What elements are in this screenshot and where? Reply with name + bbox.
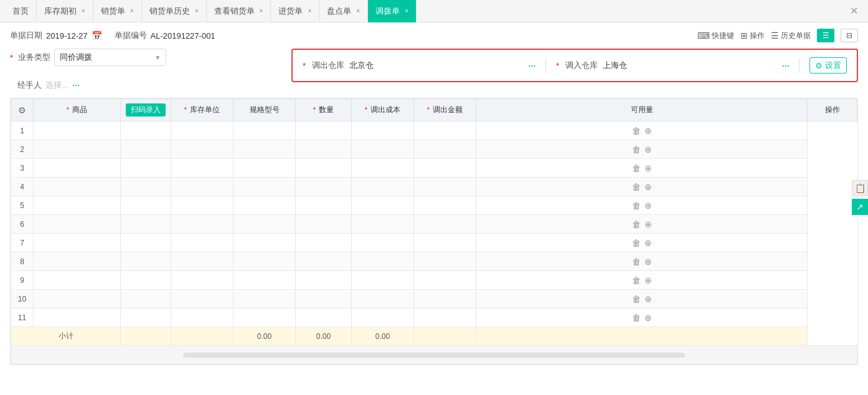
warehouse-out-label: 调出仓库 — [312, 60, 344, 71]
cell-product[interactable] — [34, 196, 121, 215]
business-row: * 业务类型 同价调拨 ▼ — [10, 49, 284, 66]
warehouse-divider2 — [799, 58, 800, 73]
cell-product[interactable] — [34, 121, 121, 140]
tab-purchase-close[interactable]: × — [308, 7, 311, 14]
tab-sales-history-close[interactable]: × — [195, 7, 199, 14]
business-select-box[interactable]: 同价调拨 ▼ — [54, 49, 166, 66]
delete-icon[interactable]: 🗑 — [632, 163, 641, 173]
handler-more-icon[interactable]: ··· — [72, 79, 80, 92]
tab-view-sales-close[interactable]: × — [260, 7, 263, 14]
calendar-icon[interactable]: 📅 — [92, 31, 102, 40]
cell-product[interactable] — [34, 178, 121, 196]
row-num: 9 — [11, 271, 34, 290]
grid-icon: ⊞ — [740, 31, 748, 40]
delete-icon[interactable]: 🗑 — [632, 182, 641, 192]
date-value: 2019-12-27 — [46, 31, 88, 40]
table-row: 7🗑⊕ — [11, 234, 857, 252]
cell-product[interactable] — [34, 159, 121, 178]
handler-input[interactable]: 选择... — [45, 80, 68, 91]
row-num: 3 — [11, 159, 34, 178]
table-row: 8🗑⊕ — [11, 252, 857, 271]
amount-required-star: * — [427, 106, 430, 113]
operation-button[interactable]: ⊞ 操作 — [740, 31, 765, 41]
delete-icon[interactable]: 🗑 — [632, 126, 641, 136]
copy-icon[interactable]: ⊕ — [644, 182, 652, 192]
delete-icon[interactable]: 🗑 — [632, 275, 641, 285]
tab-view-sales-label: 查看销货单 — [214, 6, 255, 17]
subtotal-qty: 0.00 — [234, 327, 296, 346]
tab-transfer-close[interactable]: × — [405, 7, 408, 14]
history-button[interactable]: ☰ 历史单据 — [771, 31, 811, 41]
tab-bar: 首页 库存期初 × 销货单 × 销货单历史 × 查看销货单 × 进货单 × 盘点… — [0, 0, 868, 22]
tab-sales-close[interactable]: × — [130, 7, 134, 14]
horizontal-scrollbar[interactable] — [183, 353, 684, 358]
delete-icon[interactable]: 🗑 — [632, 145, 641, 155]
copy-icon[interactable]: ⊕ — [644, 257, 652, 267]
copy-icon[interactable]: ⊕ — [644, 313, 652, 323]
float-notes-button[interactable]: 📋 — [852, 180, 868, 196]
table-row: 2🗑⊕ — [11, 140, 857, 159]
cell-product[interactable] — [34, 140, 121, 159]
copy-icon[interactable]: ⊕ — [644, 275, 652, 285]
layout-list-button[interactable]: ☰ — [817, 29, 834, 42]
float-export-button[interactable]: ↗ — [852, 199, 868, 215]
cell-product[interactable] — [34, 308, 121, 327]
cell-product[interactable] — [34, 271, 121, 290]
col-unit: * 库存单位 — [171, 99, 234, 121]
cell-op: 🗑⊕ — [476, 290, 808, 308]
layout-grid-button[interactable]: ⊟ — [841, 29, 858, 42]
col-product-label: 商品 — [72, 105, 87, 114]
col-cost: * 调出成本 — [352, 99, 414, 121]
copy-icon[interactable]: ⊕ — [644, 294, 652, 304]
warehouse-out-field: * 调出仓库 北京仓 ··· — [303, 59, 535, 72]
column-settings-icon[interactable]: ⚙ — [18, 105, 26, 115]
cell-product[interactable] — [34, 234, 121, 252]
tab-home[interactable]: 首页 — [5, 0, 37, 22]
table-row: 3🗑⊕ — [11, 159, 857, 178]
warehouse-in-more-icon[interactable]: ··· — [781, 59, 789, 72]
shortcut-button[interactable]: ⌨ 快捷键 — [697, 31, 734, 41]
shortcut-label: 快捷键 — [712, 31, 734, 41]
tab-inventory-init-close[interactable]: × — [82, 7, 85, 14]
delete-icon[interactable]: 🗑 — [632, 238, 641, 248]
close-all-tabs[interactable]: ✕ — [844, 0, 863, 22]
tab-purchase[interactable]: 进货单 × — [271, 0, 319, 22]
warehouse-out-more-icon[interactable]: ··· — [528, 59, 535, 72]
col-spec: 规格型号 — [234, 99, 296, 121]
table-row: 4🗑⊕ — [11, 178, 857, 196]
warehouse-section: * 调出仓库 北京仓 ··· * 调入仓库 上海仓 ··· ⚙ 设置 — [291, 49, 858, 82]
table-row: 1🗑⊕ — [11, 121, 857, 140]
tab-transfer[interactable]: 调拨单 × — [368, 0, 417, 22]
delete-icon[interactable]: 🗑 — [632, 294, 641, 304]
handler-label: 经手人 — [17, 80, 42, 91]
tab-inventory-close[interactable]: × — [356, 7, 360, 14]
cell-product[interactable] — [34, 290, 121, 308]
copy-icon[interactable]: ⊕ — [644, 238, 652, 248]
copy-icon[interactable]: ⊕ — [644, 163, 652, 173]
copy-icon[interactable]: ⊕ — [644, 201, 652, 211]
cell-amount — [352, 121, 414, 140]
tab-transfer-label: 调拨单 — [375, 6, 400, 17]
tab-inventory-init[interactable]: 库存期初 × — [37, 0, 93, 22]
tab-sales[interactable]: 销货单 × — [93, 0, 142, 22]
cell-product[interactable] — [34, 215, 121, 234]
subtotal-amount: 0.00 — [352, 327, 414, 346]
warehouse-divider — [545, 58, 546, 73]
col-gear: ⚙ — [11, 99, 34, 121]
row-num: 5 — [11, 196, 34, 215]
tab-inventory[interactable]: 盘点单 × — [319, 0, 368, 22]
date-label: 单据日期 — [10, 30, 42, 41]
delete-icon[interactable]: 🗑 — [632, 257, 641, 267]
copy-icon[interactable]: ⊕ — [644, 126, 652, 136]
delete-icon[interactable]: 🗑 — [632, 201, 641, 211]
delete-icon[interactable]: 🗑 — [632, 313, 641, 323]
cell-product[interactable] — [34, 252, 121, 271]
copy-icon[interactable]: ⊕ — [644, 219, 652, 229]
tab-view-sales[interactable]: 查看销货单 × — [207, 0, 271, 22]
cell-op: 🗑⊕ — [476, 215, 808, 234]
delete-icon[interactable]: 🗑 — [632, 219, 641, 229]
settings-button[interactable]: ⚙ 设置 — [809, 57, 847, 74]
copy-icon[interactable]: ⊕ — [644, 145, 652, 155]
scan-button[interactable]: 扫码录入 — [126, 103, 166, 117]
tab-sales-history[interactable]: 销货单历史 × — [142, 0, 207, 22]
